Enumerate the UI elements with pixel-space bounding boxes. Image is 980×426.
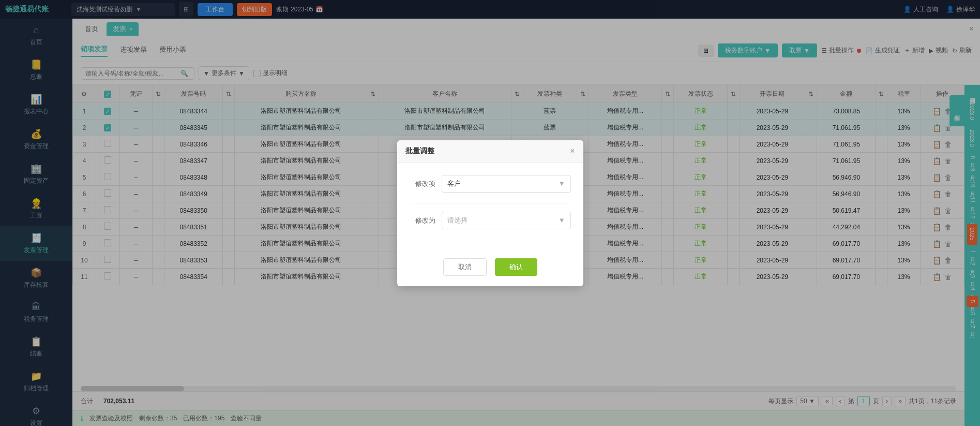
modify-to-select[interactable]: 请选择 ▼ bbox=[442, 212, 571, 229]
dialog-overlay[interactable]: 批量调整 × 修改项 客户 ▼ 修改为 请选择 ▼ 取消 确认 bbox=[0, 0, 980, 426]
dialog-body: 修改项 客户 ▼ 修改为 请选择 ▼ bbox=[397, 163, 583, 252]
confirm-btn[interactable]: 确认 bbox=[495, 258, 537, 276]
dialog-footer: 取消 确认 bbox=[397, 252, 583, 286]
modify-to-row: 修改为 请选择 ▼ bbox=[410, 212, 571, 229]
modify-item-row: 修改项 客户 ▼ bbox=[410, 175, 571, 193]
modify-to-label: 修改为 bbox=[410, 216, 435, 225]
modify-item-label: 修改项 bbox=[410, 179, 435, 188]
dialog-title: 批量调整 bbox=[405, 146, 434, 156]
form-divider bbox=[410, 203, 571, 203]
modify-to-arrow: ▼ bbox=[559, 216, 565, 224]
modify-item-arrow: ▼ bbox=[559, 180, 565, 187]
modify-item-select[interactable]: 客户 ▼ bbox=[442, 175, 571, 193]
batch-adjust-dialog: 批量调整 × 修改项 客户 ▼ 修改为 请选择 ▼ 取消 确认 bbox=[397, 140, 583, 286]
cancel-btn[interactable]: 取消 bbox=[443, 258, 487, 276]
modify-to-placeholder: 请选择 bbox=[447, 216, 468, 225]
dialog-header: 批量调整 × bbox=[397, 140, 583, 163]
dialog-close-btn[interactable]: × bbox=[570, 146, 575, 156]
modify-item-value: 客户 bbox=[447, 179, 461, 188]
